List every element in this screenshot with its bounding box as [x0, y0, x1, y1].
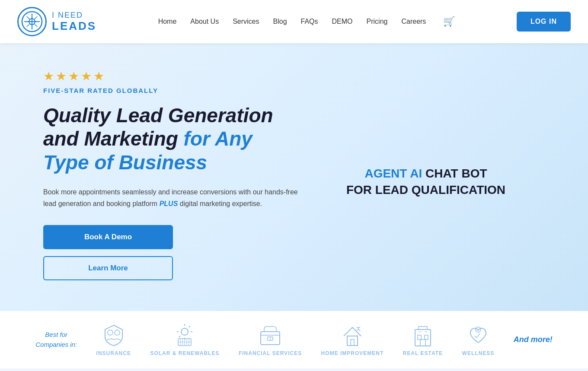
industry-real-estate: REAL ESTATE — [403, 323, 443, 356]
and-more-label: And more! — [514, 335, 553, 344]
hero-content-right: AGENT AI CHAT BOT FOR LEAD QUALIFICATION — [298, 69, 553, 294]
logo-text: I NEED LEADS — [52, 11, 96, 32]
best-for-line2: Companies in: — [35, 340, 77, 350]
home-label: HOME IMPROVEMENT — [321, 350, 384, 356]
book-demo-button[interactable]: Book A Demo — [43, 225, 173, 249]
nav-about-us[interactable]: About Us — [190, 18, 219, 25]
svg-point-10 — [181, 328, 188, 335]
svg-line-15 — [189, 326, 190, 327]
svg-rect-33 — [425, 335, 428, 339]
real-estate-icon — [410, 323, 436, 347]
logo: I NEED LEADS — [17, 7, 96, 36]
svg-rect-34 — [420, 339, 425, 346]
logo-leads: LEADS — [52, 20, 96, 32]
star-2: ★ — [56, 69, 67, 83]
nav-pricing[interactable]: Pricing — [367, 18, 388, 25]
svg-line-4 — [27, 16, 29, 19]
hero-section: ★ ★ ★ ★ ★ FIVE-STAR RATED GLOBALLY Quali… — [0, 43, 588, 311]
home-improvement-icon — [339, 323, 365, 347]
agent-ai-highlight: AGENT AI — [364, 167, 422, 180]
svg-point-9 — [115, 330, 120, 335]
cart-icon[interactable]: 🛒 — [443, 16, 455, 27]
login-button[interactable]: LOG IN — [517, 12, 571, 32]
svg-rect-32 — [418, 335, 421, 339]
insurance-icon — [101, 323, 127, 347]
svg-rect-28 — [351, 339, 354, 346]
logo-circle — [17, 7, 47, 36]
industry-solar: SOLAR & RENEWABLES — [150, 323, 219, 356]
nav-faqs[interactable]: FAQs — [301, 18, 318, 25]
learn-more-button[interactable]: Learn More — [43, 256, 173, 280]
nav: Home About Us Services Blog FAQs DEMO Pr… — [158, 16, 455, 27]
logo-icon — [21, 10, 43, 33]
solar-label: SOLAR & RENEWABLES — [150, 350, 219, 356]
wellness-label: WELLNESS — [462, 350, 495, 356]
star-1: ★ — [43, 69, 54, 83]
insurance-label: INSURANCE — [96, 350, 131, 356]
agent-ai-card: AGENT AI CHAT BOT FOR LEAD QUALIFICATION — [329, 149, 523, 214]
star-4: ★ — [81, 69, 92, 83]
svg-point-37 — [476, 327, 481, 332]
best-for-label: Best for Companies in: — [35, 330, 77, 349]
agent-ai-title: AGENT AI CHAT BOT — [346, 166, 505, 181]
nav-careers[interactable]: Careers — [401, 18, 426, 25]
best-for-line1: Best for — [35, 330, 77, 340]
svg-line-6 — [27, 24, 29, 27]
nav-home[interactable]: Home — [158, 18, 177, 25]
hero-desc-end: digital marketing expertise. — [180, 200, 262, 207]
agent-ai-chatbot: CHAT BOT — [425, 167, 487, 180]
star-rating: ★ ★ ★ ★ ★ — [43, 69, 298, 83]
hero-title: Quality Lead Generation and Marketing fo… — [43, 104, 298, 174]
bottom-strip: Best for Companies in: INSURANCE — [0, 311, 588, 368]
agent-ai-sub: FOR LEAD QUALIFICATION — [346, 183, 505, 197]
industry-insurance: INSURANCE — [96, 323, 131, 356]
header: I NEED LEADS Home About Us Services Blog… — [0, 0, 588, 43]
industry-wellness: WELLNESS — [462, 323, 495, 356]
svg-line-16 — [179, 336, 180, 337]
hero-content-left: ★ ★ ★ ★ ★ FIVE-STAR RATED GLOBALLY Quali… — [43, 69, 298, 294]
svg-point-8 — [108, 330, 113, 335]
svg-line-5 — [35, 16, 37, 19]
wellness-icon — [465, 323, 491, 347]
industry-financial: FINANCIAL SERVICES — [239, 323, 302, 356]
nav-blog[interactable]: Blog — [273, 18, 287, 25]
svg-rect-27 — [347, 336, 358, 346]
hero-plus: PLUS — [160, 200, 178, 207]
financial-icon — [257, 323, 283, 347]
solar-icon — [172, 323, 198, 347]
star-5: ★ — [93, 69, 104, 83]
hero-subtitle: FIVE-STAR RATED GLOBALLY — [43, 87, 298, 94]
star-3: ★ — [68, 69, 79, 83]
nav-services[interactable]: Services — [233, 18, 259, 25]
real-estate-label: REAL ESTATE — [403, 350, 443, 356]
industry-home: HOME IMPROVEMENT — [321, 323, 384, 356]
financial-label: FINANCIAL SERVICES — [239, 350, 302, 356]
nav-demo[interactable]: DEMO — [332, 18, 353, 25]
logo-i-need: I NEED — [52, 11, 96, 20]
svg-line-7 — [35, 24, 37, 27]
hero-description: Book more appointments seamlessly and in… — [43, 186, 298, 209]
hero-buttons: Book A Demo Learn More — [43, 225, 298, 280]
